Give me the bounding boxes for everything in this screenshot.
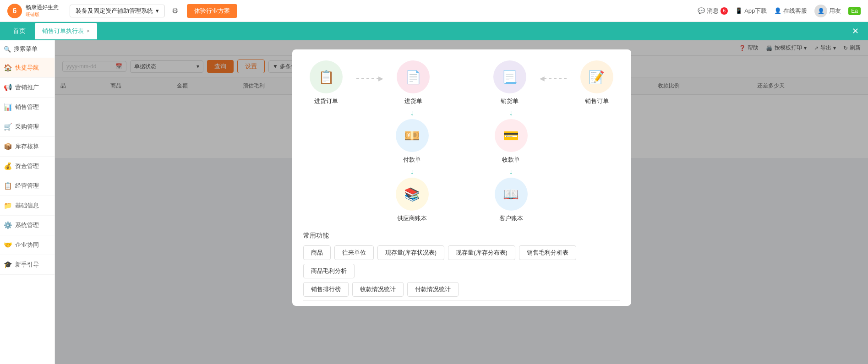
settings-icon[interactable]: ⚙ (169, 5, 181, 17)
sales-bill-icon: 📃 (502, 70, 518, 85)
s2 (358, 168, 381, 176)
home-icon: 🏠 (4, 64, 12, 72)
flow-node-sales-bill[interactable]: 📃 销货单 (493, 60, 526, 105)
header-right: 💬 消息 6 📱 App下载 👤 在线客服 👤 用友 Ea (698, 5, 861, 17)
operations-icon: 📋 (4, 182, 12, 190)
quick-btn-sales-ranking[interactable]: 销售排行榜 (303, 282, 349, 297)
collab-icon: 🤝 (4, 241, 12, 249)
quick-btn-payment-stats[interactable]: 付款情况统计 (407, 282, 459, 297)
sidebar-item-basicinfo[interactable]: 📁 基础信息 (0, 196, 55, 216)
search-icon: 🔍 (4, 46, 11, 53)
flow-node-sales-order[interactable]: 📝 销售订单 (580, 60, 613, 105)
supplier-ledger-icon: 📚 (404, 187, 420, 202)
app-icon: 📱 (735, 7, 742, 14)
modal-box: 📋 进货订单 ▶ 📄 进货单 (292, 49, 631, 306)
newuser-icon: 🎓 (4, 261, 12, 269)
sidebar-item-collab[interactable]: 🤝 企业协同 (0, 235, 55, 255)
basicinfo-icon: 📁 (4, 201, 12, 210)
logo-area: 6 畅康通好生意 旺铺版 (7, 4, 62, 18)
arrow-sales-order-to-bill: ◀ (540, 75, 567, 91)
top-header: 6 畅康通好生意 旺铺版 装备及固定资产辅助管理系统 ▾ ⚙ 体验行业方案 💬 … (0, 0, 868, 22)
purchase-bill-icon: 📄 (405, 70, 421, 85)
app-download-button[interactable]: 📱 App下载 (735, 7, 767, 15)
purchase-order-circle: 📋 (310, 60, 343, 93)
scroll-right-arrow[interactable]: ▶ (616, 304, 620, 306)
flow-row-2-arrows: ↓ ↓ (303, 109, 620, 117)
avatar: 👤 (814, 5, 827, 17)
s5 (580, 168, 613, 176)
quick-btn-inventory-status[interactable]: 现存量(库存状况表) (377, 245, 445, 260)
payment-circle: 💴 (396, 119, 429, 152)
quick-btns-row2: 销售排行榜 收款情况统计 付款情况统计 (303, 282, 620, 297)
sidebar-item-purchase[interactable]: 🛒 采购管理 (0, 117, 55, 137)
s1 (311, 168, 344, 176)
quick-functions: 常用功能 商品 往来单位 现存量(库存状况表) 现存量(库存分布表) 销售毛利分… (303, 232, 620, 297)
receipt-circle: 💳 (495, 119, 528, 152)
marketing-icon: 📢 (4, 83, 12, 92)
quick-btn-goods[interactable]: 商品 (303, 245, 331, 260)
sidebar-item-marketing[interactable]: 📢 营销推广 (0, 78, 55, 98)
quick-btns-row1: 商品 往来单位 现存量(库存状况表) 现存量(库存分布表) 销售毛利分析表 商品… (303, 245, 620, 278)
purchase-order-icon: 📋 (318, 70, 334, 85)
sidebar-item-quicknav[interactable]: 🏠 快捷导航 (0, 58, 55, 78)
quick-btn-goods-margin[interactable]: 商品毛利分析 (303, 264, 355, 278)
finance-icon: 💰 (4, 162, 12, 170)
spacer-right (580, 109, 613, 117)
s3 (443, 168, 480, 176)
sidebar: 🔍 搜索菜单 🏠 快捷导航 📢 营销推广 📊 销售管理 🛒 采购管理 📦 库存核… (0, 40, 55, 364)
s4 (542, 168, 565, 176)
main-layout: 🔍 搜索菜单 🏠 快捷导航 📢 营销推广 📊 销售管理 🛒 采购管理 📦 库存核… (0, 40, 868, 364)
flow-node-customer-ledger[interactable]: 📖 客户账本 (495, 178, 528, 223)
system-selector[interactable]: 装备及固定资产辅助管理系统 ▾ (70, 5, 165, 17)
arrow-purchase-order-to-bill: ▶ (356, 75, 383, 91)
flow-row-1: 📋 进货订单 ▶ 📄 进货单 (303, 60, 620, 105)
sidebar-item-system[interactable]: ⚙️ 系统管理 (0, 216, 55, 235)
online-service-button[interactable]: 👤 在线客服 (774, 7, 807, 15)
tab-close-icon[interactable]: × (87, 28, 90, 34)
flow-node-receipt[interactable]: 💳 收款单 (495, 119, 528, 164)
supplier-ledger-circle: 📚 (396, 178, 429, 211)
tab-bar: 首页 销售订单执行表 × ✕ (0, 22, 868, 40)
sales-order-circle: 📝 (580, 60, 613, 93)
sidebar-item-operations[interactable]: 📋 经营管理 (0, 176, 55, 196)
receipt-icon: 💳 (503, 128, 519, 143)
sidebar-item-sales[interactable]: 📊 销售管理 (0, 98, 55, 117)
service-icon: 👤 (774, 7, 781, 14)
quick-btn-counterparty[interactable]: 往来单位 (334, 245, 374, 260)
user-area[interactable]: 👤 用友 (814, 5, 841, 17)
search-menu[interactable]: 🔍 搜索菜单 (0, 40, 55, 58)
flow-row-3: 💴 付款单 💳 收款单 (303, 119, 620, 164)
trial-button[interactable]: 体验行业方案 (187, 4, 237, 18)
purchase-bill-circle: 📄 (397, 60, 430, 93)
tab-sales-order[interactable]: 销售订单执行表 × (35, 23, 97, 39)
spacer-left (311, 109, 344, 117)
spacer-arrow2 (542, 109, 565, 117)
sidebar-item-inventory[interactable]: 📦 库存核算 (0, 137, 55, 157)
flow-node-purchase-order[interactable]: 📋 进货订单 (310, 60, 343, 105)
flow-row-5: 📚 供应商账本 📖 客户账本 (303, 178, 620, 223)
tab-home[interactable]: 首页 (4, 22, 35, 40)
message-button[interactable]: 💬 消息 6 (698, 7, 728, 15)
purchase-icon: 🛒 (4, 123, 12, 131)
flow-node-supplier-ledger[interactable]: 📚 供应商账本 (396, 178, 429, 223)
quick-btn-inventory-distribution[interactable]: 现存量(库存分布表) (448, 245, 515, 260)
scroll-left-arrow[interactable]: ◀ (303, 304, 307, 306)
sidebar-item-newuser[interactable]: 🎓 新手引导 (0, 255, 55, 275)
chevron-down-icon: ▾ (156, 7, 159, 14)
arrow-down-receipt: ↓ (495, 168, 528, 176)
quick-btn-receipt-stats[interactable]: 收款情况统计 (352, 282, 404, 297)
flow-row-4-arrows: ↓ ↓ (303, 168, 620, 176)
message-badge: 6 (721, 7, 728, 15)
quick-btn-sales-margin[interactable]: 销售毛利分析表 (519, 245, 576, 260)
sidebar-item-finance[interactable]: 💰 资金管理 (0, 157, 55, 176)
sales-order-icon: 📝 (589, 70, 605, 85)
flow-node-purchase-bill[interactable]: 📄 进货单 (397, 60, 430, 105)
arrow-down-payment: ↓ (396, 168, 429, 176)
customer-ledger-circle: 📖 (495, 178, 528, 211)
flow-node-payment[interactable]: 💴 付款单 (396, 119, 429, 164)
sales-icon: 📊 (4, 103, 12, 111)
customer-ledger-icon: 📖 (503, 187, 519, 202)
system-icon: ⚙️ (4, 221, 12, 229)
tab-bar-close-icon[interactable]: ✕ (846, 26, 864, 36)
sales-bill-circle: 📃 (493, 60, 526, 93)
